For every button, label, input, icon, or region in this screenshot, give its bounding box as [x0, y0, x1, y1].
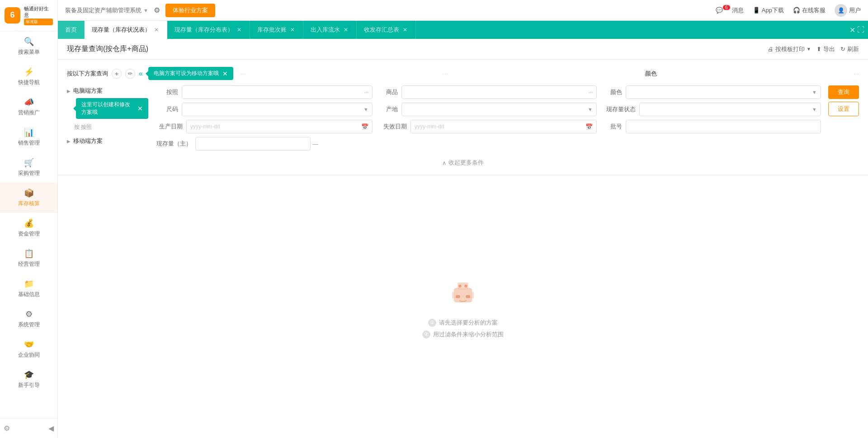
filter-row-expire-date: 失效日期 yyyy-mm-dd 📅 — [380, 120, 597, 133]
reset-button[interactable]: 设置 — [828, 102, 859, 116]
settings-icon[interactable]: ⚙ — [154, 6, 160, 14]
filter-edit-button[interactable]: ✏ — [125, 69, 135, 79]
settings-bottom-icon[interactable]: ⚙ — [4, 424, 10, 433]
experience-button[interactable]: 体验行业方案 — [165, 4, 215, 17]
sidebar-item-enterprise[interactable]: 🤝 企业协同 — [0, 334, 57, 364]
search-button[interactable]: 查询 — [828, 85, 859, 99]
page-actions: 🖨 按模板打印 ▼ ⬆ 导出 ↻ 刷新 — [768, 45, 859, 53]
app-download-action[interactable]: 📱 App下载 — [753, 6, 784, 14]
tab-receive-send[interactable]: 收发存汇总表 ✕ — [357, 21, 416, 39]
filter-arrow-button[interactable]: « — [139, 70, 143, 78]
dropdown-chevron-icon: ▼ — [143, 8, 148, 13]
prod-date-input[interactable]: yyyy-mm-dd 📅 — [186, 120, 373, 133]
sidebar-item-marketing[interactable]: 📣 营销推广 — [0, 92, 57, 122]
mobile-scheme-arrow-icon: ▶ — [67, 139, 71, 144]
tooltip-bubble-1: 电脑方案可设为移动方案哦 ✕ — [148, 67, 233, 80]
tab-home[interactable]: 首页 — [58, 21, 85, 39]
tab-receive-send-close[interactable]: ✕ — [402, 27, 408, 33]
origin-chevron-icon: ▼ — [588, 107, 593, 112]
tab-in-out-flow[interactable]: 出入库流水 ✕ — [303, 21, 357, 39]
tab-batch-account[interactable]: 库存批次账 ✕ — [250, 21, 303, 39]
size-select[interactable]: ▼ — [182, 103, 373, 116]
basics-icon: 📁 — [24, 279, 34, 289]
stock-status-select[interactable]: ▼ — [639, 103, 821, 116]
expire-date-input[interactable]: yyyy-mm-dd 📅 — [410, 120, 597, 133]
tab-in-out-flow-label: 出入库流水 — [311, 26, 340, 34]
color-filter-dots: ··· — [854, 70, 859, 77]
sidebar-item-quick-nav[interactable]: ⚡ 快捷导航 — [0, 61, 57, 92]
sidebar-item-purchase[interactable]: 🛒 采购管理 — [0, 152, 57, 183]
goods-label: 商品 — [380, 88, 398, 96]
system-name-label: 装备及固定资产辅助管理系统 — [65, 6, 142, 14]
goods-select[interactable]: ··· — [401, 85, 597, 99]
scheme-desktop[interactable]: ▶ 电脑端方案 — [67, 85, 148, 96]
user-action[interactable]: 👤 用户 — [835, 4, 861, 17]
sidebar-item-system[interactable]: ⚙ 系统管理 — [0, 304, 57, 334]
newbie-icon: 🎓 — [24, 370, 34, 380]
filter-dots-1: ··· — [241, 70, 245, 77]
sidebar: 6 畅通好好生意 标准版 🔍 搜索菜单 ⚡ 快捷导航 📣 营销推广 📊 销售管理… — [0, 0, 58, 438]
close-tab-btn[interactable]: ✕ — [849, 26, 855, 34]
calendar-icon-expire: 📅 — [585, 123, 593, 130]
filter-row-stock-status: 现存量状态 ▼ — [604, 103, 821, 116]
top-header: 装备及固定资产辅助管理系统 ▼ ⚙ 体验行业方案 💬 6 消息 📱 App下载 … — [58, 0, 868, 21]
svg-rect-6 — [452, 292, 455, 299]
tab-inventory-status[interactable]: 现存量（库存状况表） ✕ — [85, 21, 167, 39]
tab-batch-account-label: 库存批次账 — [257, 26, 287, 34]
filter-add-button[interactable]: + — [112, 69, 122, 79]
color-select[interactable]: ▼ — [626, 85, 821, 99]
tab-receive-send-label: 收发存汇总表 — [364, 26, 399, 34]
sidebar-bottom: ⚙ ◀ — [0, 418, 57, 438]
tooltip-1-close[interactable]: ✕ — [222, 70, 228, 77]
refresh-button[interactable]: ↻ 刷新 — [840, 45, 859, 53]
warehouse-select[interactable]: ··· — [182, 85, 373, 99]
stock-qty-min-input[interactable] — [195, 137, 311, 151]
sidebar-item-search[interactable]: 🔍 搜索菜单 — [0, 31, 57, 61]
sidebar-item-basics[interactable]: 📁 基础信息 — [0, 273, 57, 304]
top-header-right: 💬 6 消息 📱 App下载 🎧 在线客服 👤 用户 — [716, 4, 861, 17]
content-area: 现存量查询(按仓库+商品) 🖨 按模板打印 ▼ ⬆ 导出 ↻ 刷新 — [58, 39, 868, 438]
operations-icon: 📋 — [24, 249, 34, 259]
sidebar-item-operations[interactable]: 📋 经营管理 — [0, 243, 57, 273]
origin-select[interactable]: ▼ — [401, 103, 597, 116]
logo-badge: 标准版 — [24, 19, 53, 25]
collapse-sidebar-icon[interactable]: ◀ — [48, 424, 54, 433]
scheme-tree: ▶ 电脑端方案 这里可以创建和修改方案哦 ✕ 按 按照 ▶ — [67, 85, 148, 146]
tab-inventory-dist-label: 现存量（库存分布表） — [175, 26, 233, 34]
filter-header: 按以下方案查询 + ✏ « 电脑方案可设为移动方案哦 ✕ ··· ··· 颜色 … — [67, 67, 859, 80]
tab-batch-account-close[interactable]: ✕ — [289, 27, 296, 33]
message-badge: 6 — [723, 5, 730, 10]
origin-label: 产地 — [380, 105, 398, 113]
maximize-tab-btn[interactable]: ⛶ — [857, 26, 864, 34]
online-support-action[interactable]: 🎧 在线客服 — [793, 6, 826, 14]
marketing-icon: 📣 — [24, 97, 34, 107]
stock-qty-sep: — — [312, 141, 318, 147]
svg-point-3 — [464, 284, 467, 287]
stock-status-chevron-icon: ▼ — [812, 107, 817, 112]
sidebar-item-finance[interactable]: 💰 资金管理 — [0, 213, 57, 243]
svg-rect-7 — [471, 292, 474, 299]
export-button[interactable]: ⬆ 导出 — [816, 45, 835, 53]
template-print-chevron: ▼ — [807, 47, 811, 52]
system-name-dropdown[interactable]: 装备及固定资产辅助管理系统 ▼ — [65, 6, 148, 14]
tab-end-buttons: ✕ ⛶ — [846, 26, 868, 34]
tab-inventory-dist-close[interactable]: ✕ — [236, 27, 242, 33]
sidebar-item-sales[interactable]: 📊 销售管理 — [0, 122, 57, 152]
tab-inventory-status-close[interactable]: ✕ — [153, 27, 160, 33]
template-print-button[interactable]: 🖨 按模板打印 ▼ — [768, 45, 811, 53]
scheme-mobile[interactable]: ▶ 移动端方案 — [67, 136, 148, 146]
size-chevron-icon: ▼ — [363, 107, 368, 112]
tooltip-2-close[interactable]: ✕ — [137, 105, 143, 112]
desktop-arrow-icon: ▶ — [67, 89, 71, 94]
sidebar-item-inventory[interactable]: 📦 库存核算 — [0, 183, 57, 213]
tab-in-out-flow-close[interactable]: ✕ — [343, 27, 349, 33]
batch-input[interactable] — [626, 120, 821, 133]
color-filter-label: 颜色 — [645, 70, 657, 78]
expire-date-label: 失效日期 — [380, 122, 407, 131]
message-action[interactable]: 💬 6 消息 — [716, 6, 744, 14]
collapse-row[interactable]: ∧ 收起更多条件 — [67, 154, 859, 171]
tab-inventory-dist[interactable]: 现存量（库存分布表） ✕ — [167, 21, 250, 39]
stock-qty-range: — — [195, 137, 318, 151]
sidebar-item-newbie[interactable]: 🎓 新手引导 — [0, 364, 57, 395]
action-buttons: 查询 设置 — [828, 85, 859, 116]
